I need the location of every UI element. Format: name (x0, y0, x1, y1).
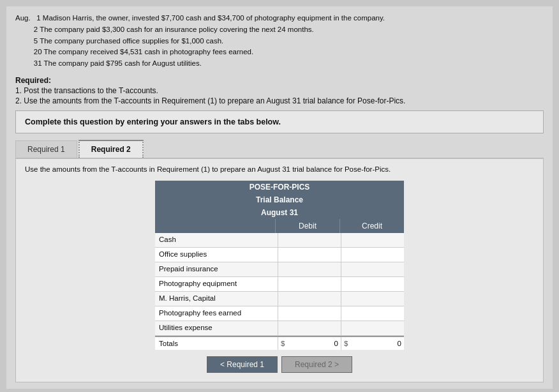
table-row: Photography equipment (155, 277, 404, 292)
nav-buttons: < Required 1 Required 2 > (25, 356, 534, 373)
tab-content: Use the amounts from the T-accounts in R… (15, 159, 544, 382)
debit-office-supplies[interactable] (278, 248, 341, 262)
table-row: M. Harris, Capital (155, 292, 404, 306)
tb-title: Trial Balance (155, 193, 404, 206)
tb-company-name: POSE-FOR-PICS (155, 181, 404, 193)
debit-cash[interactable] (278, 233, 341, 247)
credit-prepaid-insurance[interactable] (341, 262, 404, 276)
col-account-header (155, 219, 276, 233)
month-label: Aug. (15, 14, 31, 22)
totals-credit: $ 0 (341, 337, 404, 350)
tab-description: Use the amounts from the T-accounts in R… (25, 165, 534, 173)
req1-text: 1. Post the transactions to the T-accoun… (15, 86, 544, 95)
credit-photography-fees-earned-input[interactable] (344, 309, 401, 317)
credit-office-supplies-input[interactable] (344, 250, 401, 258)
account-utilities-expense: Utilities expense (155, 321, 278, 335)
table-row: Prepaid insurance (155, 262, 404, 277)
debit-photography-equipment-input[interactable] (281, 280, 338, 287)
debit-m-harris-capital-input[interactable] (281, 294, 338, 302)
totals-label: Totals (155, 337, 278, 350)
transaction-3: 5 The company purchased office supplies … (34, 37, 223, 45)
debit-utilities-expense[interactable] (278, 321, 341, 335)
account-office-supplies: Office supplies (155, 248, 278, 262)
debit-photography-fees-earned-input[interactable] (281, 309, 338, 317)
tab-required-2[interactable]: Required 2 (78, 140, 144, 158)
prev-button[interactable]: < Required 1 (207, 356, 278, 373)
required-section: Required: 1. Post the transactions to th… (15, 76, 544, 105)
credit-m-harris-capital[interactable] (341, 292, 404, 306)
debit-photography-fees-earned[interactable] (278, 306, 341, 320)
totals-debit: $ 0 (278, 337, 341, 350)
main-page: Aug. 1 Madison Harris, the owner, invest… (6, 6, 553, 389)
account-prepaid-insurance: Prepaid insurance (155, 262, 278, 276)
totals-debit-symbol: $ (281, 340, 285, 347)
table-row: Cash (155, 233, 404, 248)
account-photography-equipment: Photography equipment (155, 277, 278, 291)
credit-prepaid-insurance-input[interactable] (344, 265, 401, 273)
credit-photography-equipment-input[interactable] (344, 280, 401, 287)
debit-m-harris-capital[interactable] (278, 292, 341, 306)
totals-credit-symbol: $ (344, 340, 348, 347)
totals-debit-value: 0 (334, 340, 338, 347)
totals-row: Totals $ 0 $ 0 (155, 336, 404, 350)
instruction-box: Complete this question by entering your … (15, 110, 544, 133)
col-debit-header: Debit (276, 219, 340, 233)
credit-utilities-expense-input[interactable] (344, 324, 401, 331)
table-row: Office supplies (155, 248, 404, 262)
totals-credit-value: 0 (398, 340, 401, 347)
transaction-1: 1 Madison Harris, the owner, invested $7… (36, 14, 385, 22)
debit-office-supplies-input[interactable] (281, 250, 338, 258)
req2-text: 2. Use the amounts from the T-accounts i… (15, 96, 544, 105)
tb-date: August 31 (155, 206, 404, 219)
next-button[interactable]: Required 2 > (281, 356, 352, 373)
trial-balance-wrapper: POSE-FOR-PICS Trial Balance August 31 De… (25, 181, 534, 350)
tb-company-header: POSE-FOR-PICS Trial Balance August 31 (155, 181, 404, 219)
transaction-2: 2 The company paid $3,300 cash for an in… (34, 26, 314, 33)
problem-text: Aug. 1 Madison Harris, the owner, invest… (15, 13, 544, 70)
tabs-container: Required 1 Required 2 Use the amounts fr… (15, 140, 544, 382)
credit-photography-equipment[interactable] (341, 277, 404, 291)
debit-prepaid-insurance[interactable] (278, 262, 341, 276)
instruction-text: Complete this question by entering your … (25, 117, 281, 126)
table-row: Utilities expense (155, 321, 404, 336)
account-cash: Cash (155, 233, 278, 247)
transaction-5: 31 The company paid $795 cash for August… (34, 59, 202, 67)
credit-cash-input[interactable] (344, 236, 401, 243)
debit-prepaid-insurance-input[interactable] (281, 265, 338, 273)
debit-utilities-expense-input[interactable] (281, 324, 338, 331)
credit-cash[interactable] (341, 233, 404, 247)
trial-balance: POSE-FOR-PICS Trial Balance August 31 De… (155, 181, 404, 350)
credit-utilities-expense[interactable] (341, 321, 404, 335)
debit-cash-input[interactable] (281, 236, 338, 243)
tab-required-1[interactable]: Required 1 (15, 140, 77, 158)
table-row: Photography fees earned (155, 306, 404, 321)
credit-office-supplies[interactable] (341, 248, 404, 262)
credit-m-harris-capital-input[interactable] (344, 294, 401, 302)
debit-photography-equipment[interactable] (278, 277, 341, 291)
transaction-4: 20 The company received $4,531 cash in p… (34, 48, 253, 56)
col-credit-header: Credit (340, 219, 404, 233)
account-photography-fees-earned: Photography fees earned (155, 306, 278, 320)
account-m-harris-capital: M. Harris, Capital (155, 292, 278, 306)
required-heading: Required: (15, 76, 544, 85)
tab-row: Required 1 Required 2 (15, 140, 544, 159)
credit-photography-fees-earned[interactable] (341, 306, 404, 320)
tb-col-headers: Debit Credit (155, 219, 404, 233)
